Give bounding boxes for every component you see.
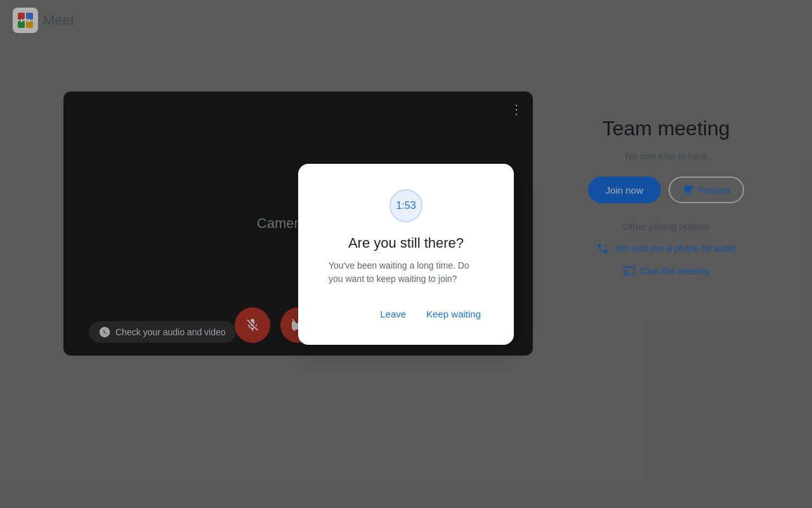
leave-button[interactable]: Leave <box>377 304 409 324</box>
modal-title: Are you still there? <box>348 235 464 251</box>
modal-overlay: 1:53 Are you still there? You've been wa… <box>0 0 812 508</box>
modal-actions: Leave Keep waiting <box>377 304 483 324</box>
timer-display: 1:53 <box>390 189 422 222</box>
still-there-modal: 1:53 Are you still there? You've been wa… <box>298 164 514 345</box>
keep-waiting-button[interactable]: Keep waiting <box>424 304 483 324</box>
modal-body: You've been waiting a long time. Do you … <box>329 259 483 286</box>
